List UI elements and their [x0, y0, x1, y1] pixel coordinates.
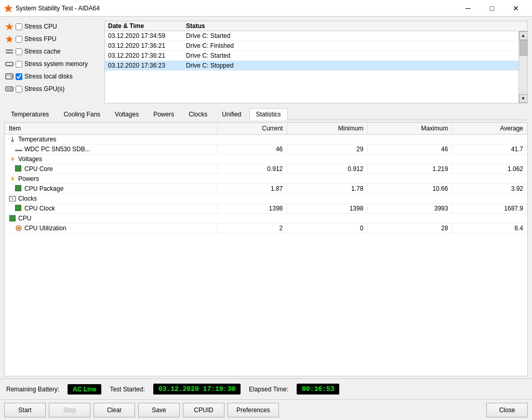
battery-label: Remaining Battery:: [6, 386, 59, 393]
stress-system-memory-label: Stress system memory: [24, 60, 88, 68]
scroll-down-button[interactable]: ▼: [519, 94, 528, 103]
svg-rect-4: [6, 52, 13, 54]
stats-col-minimum: Minimum: [287, 123, 368, 135]
stress-option-stress-fpu: Stress FPU: [4, 33, 100, 45]
stress-system-memory-checkbox[interactable]: [16, 61, 22, 68]
test-started-label: Test Started:: [110, 386, 144, 393]
log-row[interactable]: 03.12.2020 17:36:21Drive C: Started: [105, 51, 518, 61]
category-name: Temperatures: [18, 136, 56, 143]
item-average: 41.7: [453, 145, 527, 154]
stats-data-row[interactable]: WDC PC SN530 SDB... 46294641.7: [5, 145, 527, 154]
item-icon: [15, 225, 22, 232]
log-row-date: 03.12.2020 17:36:23: [108, 62, 186, 69]
log-scrollbar[interactable]: ▲ ▼: [518, 31, 527, 103]
save-button[interactable]: Save: [138, 403, 180, 417]
top-section: Stress CPUStress FPUStress cacheStress s…: [0, 17, 532, 108]
item-name: CPU Clock: [24, 205, 55, 212]
svg-rect-8: [10, 65, 10, 67]
stats-section: ItemCurrentMinimumMaximumAverage Tempera…: [0, 120, 532, 378]
preferences-button[interactable]: Preferences: [228, 403, 279, 417]
item-name: CPU Package: [24, 185, 63, 192]
stats-data-row[interactable]: CPU Core 0.9120.9121.2191.062: [5, 164, 527, 174]
clear-button[interactable]: Clear: [94, 403, 135, 417]
close-window-button[interactable]: ✕: [504, 0, 528, 17]
stress-fpu-checkbox[interactable]: [16, 36, 22, 43]
tab-clocks[interactable]: Clocks: [182, 108, 214, 120]
stress-gpu-icon: [5, 85, 14, 93]
category-label: Clocks: [9, 195, 523, 202]
log-row[interactable]: 03.12.2020 17:36:21Drive C: Finished: [105, 41, 518, 51]
log-area: Date & Time Status 03.12.2020 17:34:59Dr…: [104, 21, 528, 103]
category-name: Voltages: [18, 155, 42, 163]
stress-cpu-label: Stress CPU: [24, 23, 57, 30]
stress-local-disks-checkbox[interactable]: [16, 73, 22, 80]
log-col-status: Status: [186, 22, 524, 30]
minimize-button[interactable]: ─: [456, 0, 480, 17]
log-row-date: 03.12.2020 17:36:21: [108, 52, 186, 59]
item-minimum: 29: [287, 145, 368, 154]
elapsed-value: 00:16:53: [297, 384, 339, 395]
scroll-track[interactable]: [519, 40, 527, 94]
stats-data-row[interactable]: CPU Package 1.871.7810.663.92: [5, 184, 527, 194]
window-controls: ─ □ ✕: [456, 0, 528, 17]
stats-col-item: Item: [5, 123, 217, 135]
category-name: Clocks: [18, 195, 37, 202]
log-rows: 03.12.2020 17:34:59Drive C: Started03.12…: [105, 31, 518, 103]
stress-fpu-label: Stress FPU: [24, 35, 56, 43]
stress-local-disks-icon: [5, 72, 14, 81]
stats-category-row: Temperatures: [5, 135, 527, 145]
svg-marker-0: [5, 5, 12, 12]
stats-col-current: Current: [217, 123, 287, 135]
category-label: Voltages: [9, 155, 523, 163]
item-average: 3.92: [453, 184, 527, 194]
stats-category-row: Voltages: [5, 154, 527, 164]
stress-option-stress-gpu: Stress GPU(s): [4, 83, 100, 95]
stats-data-row[interactable]: CPU Clock 1398139839931687.9: [5, 204, 527, 214]
item-current: 0.912: [217, 164, 287, 174]
elapsed-label: Elapsed Time:: [249, 386, 288, 393]
item-icon: [15, 205, 22, 212]
log-col-datetime: Date & Time: [108, 22, 186, 30]
category-icon: [9, 195, 16, 202]
tab-unified[interactable]: Unified: [215, 108, 248, 120]
stress-option-stress-cpu: Stress CPU: [4, 21, 100, 32]
svg-rect-10: [6, 74, 13, 79]
cpuid-button[interactable]: CPUID: [183, 403, 224, 417]
scroll-thumb[interactable]: [520, 40, 527, 56]
svg-rect-5: [6, 62, 13, 65]
tab-temperatures[interactable]: Temperatures: [4, 108, 56, 120]
svg-marker-1: [6, 23, 13, 30]
svg-rect-14: [7, 88, 9, 90]
tab-cooling-fans[interactable]: Cooling Fans: [57, 108, 107, 120]
scroll-up-button[interactable]: ▲: [519, 31, 528, 40]
stress-system-memory-icon: [5, 60, 14, 68]
tab-voltages[interactable]: Voltages: [108, 108, 145, 120]
stats-col-maximum: Maximum: [368, 123, 453, 135]
stop-button[interactable]: Stop: [49, 403, 90, 417]
log-row[interactable]: 03.12.2020 17:34:59Drive C: Started: [105, 31, 518, 41]
log-row-date: 03.12.2020 17:36:21: [108, 42, 186, 49]
stress-cache-checkbox[interactable]: [16, 48, 22, 55]
start-button[interactable]: Start: [4, 403, 46, 417]
close-button[interactable]: Close: [486, 403, 528, 417]
stress-local-disks-label: Stress local disks: [24, 73, 73, 80]
category-label: Temperatures: [9, 136, 523, 143]
bottom-buttons: Start Stop Clear Save CPUID Preferences …: [0, 399, 532, 420]
item-maximum: 28: [368, 224, 453, 233]
tab-powers[interactable]: Powers: [147, 108, 181, 120]
item-label: CPU Clock: [9, 205, 213, 212]
item-minimum: 0.912: [287, 164, 368, 174]
stress-gpu-checkbox[interactable]: [16, 86, 22, 93]
item-current: 1398: [217, 204, 287, 214]
maximize-button[interactable]: □: [480, 0, 504, 17]
log-row-date: 03.12.2020 17:34:59: [108, 32, 186, 40]
item-icon: [15, 185, 22, 192]
stress-cpu-checkbox[interactable]: [16, 23, 22, 30]
tab-statistics[interactable]: Statistics: [249, 108, 288, 120]
item-label: CPU Utilization: [9, 225, 213, 232]
stress-option-stress-cache: Stress cache: [4, 46, 100, 57]
stats-data-row[interactable]: CPU Utilization 20288.4: [5, 224, 527, 233]
log-row[interactable]: 03.12.2020 17:36:23Drive C: Stopped: [105, 61, 518, 71]
item-label: CPU Package: [9, 185, 213, 192]
stress-option-stress-local-disks: Stress local disks: [4, 71, 100, 82]
